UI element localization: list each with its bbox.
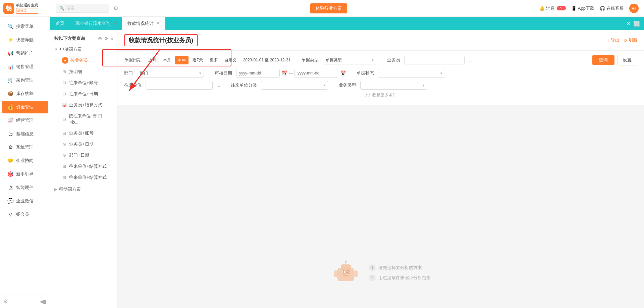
- quick-nav-icon: ⚡: [7, 37, 13, 43]
- corp-icon: 🤝: [7, 158, 13, 164]
- review-date-group: 📅 — 📅: [236, 69, 346, 78]
- sidebar-item-marketing[interactable]: 📢 营销推广: [2, 47, 48, 60]
- salesperson-more-btn[interactable]: ...: [469, 58, 472, 62]
- sidebar-item-finance[interactable]: 💰 资金管理: [2, 101, 48, 113]
- sidebar-item-sales[interactable]: 📊 销售管理: [2, 60, 48, 73]
- collapse-arrow-icon: ∧∧: [365, 93, 371, 98]
- sidebar-item-guide[interactable]: 🎯 新手引导: [2, 168, 48, 181]
- salesperson-account-icon: ⊟: [62, 131, 67, 136]
- query-button[interactable]: 查询: [592, 55, 614, 65]
- sidebar-item-system[interactable]: ⚙ 系统管理: [2, 141, 48, 154]
- date-btn-this-year[interactable]: 本年: [175, 56, 189, 64]
- collapse-panel-icon[interactable]: «: [110, 36, 113, 41]
- config-scheme-icon[interactable]: ⚙: [104, 36, 108, 41]
- panel-item-salesperson-account[interactable]: ⊟ 业务员+账号: [52, 128, 115, 139]
- add-scheme-icon[interactable]: ⊕: [98, 36, 102, 41]
- date-btn-custom[interactable]: 自定义: [222, 56, 239, 64]
- sidebar-item-basic[interactable]: 🗂 基础信息: [2, 127, 48, 140]
- user-avatar[interactable]: Rit: [629, 4, 639, 13]
- empty-step-2: 2 用过滤条件来缩小分析范围: [369, 274, 431, 281]
- page-header: 收款情况统计(按业务员) ↑ 导出 ↺ 刷新: [117, 30, 644, 51]
- online-service-btn[interactable]: 🎧 在线客服: [600, 5, 624, 11]
- refresh-btn[interactable]: ↺ 刷新: [624, 37, 637, 43]
- maximize-btn[interactable]: ⬜: [633, 20, 640, 27]
- dept-date-icon: ⊙: [62, 153, 67, 158]
- panel-item-partner-date[interactable]: ⊟ 往来单位+日期: [52, 89, 115, 99]
- tab-close-bank-flow[interactable]: ✕: [113, 21, 116, 26]
- panel-item-partner-dept-recv[interactable]: ⊟ 按往来单位+部门+收...: [52, 111, 115, 127]
- biz-type-label: 业务类型: [339, 82, 356, 88]
- panel-item-dept-date[interactable]: ⊙ 部门+日期: [52, 150, 115, 161]
- tab-home[interactable]: 首页: [50, 17, 70, 30]
- tab-close-receipt-stats[interactable]: ✕: [156, 21, 160, 26]
- panel-section-desktop: ▼ 电脑端方案 ● 按业务员 ⊞ 按明细 ⊟ 往来单位+账号 ⊟ 往来单位: [50, 44, 117, 183]
- date-btn-last-month[interactable]: 上月: [146, 56, 159, 64]
- panel-item-partner-account[interactable]: ⊟ 往来单位+账号: [52, 78, 115, 88]
- svg-point-5: [347, 271, 349, 273]
- panel-item-partner-settle2[interactable]: ⊟ 往来单位+结算方式: [52, 172, 115, 183]
- biz-type-select[interactable]: [360, 81, 427, 90]
- salesperson-input[interactable]: [404, 56, 465, 64]
- tab-bank-flow[interactable]: 现金银行流水查询 ✕: [70, 17, 122, 30]
- sidebar-item-quick-nav[interactable]: ⚡ 快捷导航: [2, 34, 48, 46]
- settings-gear-icon[interactable]: ⚙: [113, 5, 118, 11]
- filter-row-3: 往来单位 ... 往来单位分类 业务类型: [124, 81, 637, 90]
- sidebar-item-wechat[interactable]: 💬 企业微信: [2, 195, 48, 207]
- sidebar-item-purchase[interactable]: 🛒 采购管理: [2, 74, 48, 87]
- review-date-from[interactable]: [236, 69, 280, 78]
- cta-button[interactable]: 体验行业方案: [310, 3, 347, 13]
- close-window-btn[interactable]: ✕: [626, 20, 631, 27]
- set-button[interactable]: 设置: [617, 55, 637, 65]
- voucher-status-select[interactable]: [378, 69, 445, 78]
- sidebar-item-business[interactable]: 📈 经营管理: [2, 114, 48, 127]
- topbar: 🔍 搜索 ⚙ 体验行业方案 🔔 消息 99+ 📱 App下载 🎧 在线客服: [50, 0, 644, 17]
- panel-item-salesperson-date[interactable]: ⊙ 业务员+日期: [52, 139, 115, 150]
- sidebar: 畅 畅捷通好生意 标准版 🔍 搜索菜单 ⚡ 快捷导航 📢 营销推广 📊 销售管理…: [0, 0, 50, 308]
- filter-row-1: 单据日期 上月 本月 本年 近7天 更多 自定义 2023-01-01 至 20…: [124, 55, 637, 65]
- notification-badge: 99+: [557, 6, 566, 10]
- sidebar-item-member[interactable]: V 畅会员: [2, 208, 48, 221]
- sidebar-item-inventory[interactable]: 📦 库存核算: [2, 87, 48, 100]
- voucher-status-select-wrap: [378, 69, 445, 78]
- topbar-search-box[interactable]: 🔍 搜索: [56, 4, 109, 13]
- unit-input[interactable]: [146, 81, 213, 90]
- unit-category-select[interactable]: [261, 81, 328, 90]
- sidebar-item-corp[interactable]: 🤝 企业协同: [2, 154, 48, 167]
- svg-rect-8: [354, 270, 358, 277]
- unit-category-label: 往来单位分类: [231, 82, 257, 88]
- main-data-area: 1 请先选择要分析的方案 2 用过滤条件来缩小分析范围: [117, 105, 644, 308]
- panel-section-desktop-title[interactable]: ▼ 电脑端方案: [50, 44, 117, 54]
- sidebar-item-search[interactable]: 🔍 搜索菜单: [2, 20, 48, 33]
- notification-btn[interactable]: 🔔 消息 99+: [539, 5, 566, 11]
- filter-area: 单据日期 上月 本月 本年 近7天 更多 自定义 2023-01-01 至 20…: [117, 51, 644, 105]
- svg-point-4: [343, 271, 344, 273]
- unit-more-btn[interactable]: ...: [217, 83, 220, 88]
- panel-item-salesperson-settle[interactable]: 📊 业务员+结算方式: [52, 100, 115, 110]
- date-label: 单据日期: [124, 57, 142, 63]
- sidebar-item-hardware[interactable]: 🖨 智能硬件: [2, 181, 48, 194]
- partner-dept-icon: ⊟: [62, 116, 67, 122]
- voucher-type-select[interactable]: 单据类型: [323, 56, 376, 64]
- wechat-icon: 💬: [7, 198, 13, 204]
- panel-item-partner-settle1[interactable]: ⊞ 往来单位+结算方式: [52, 161, 115, 172]
- date-btn-more[interactable]: 更多: [207, 56, 220, 64]
- collapse-icon[interactable]: ◀▮: [40, 298, 47, 305]
- page-header-actions: ↑ 导出 ↺ 刷新: [607, 37, 638, 43]
- date-btn-7days[interactable]: 近7天: [190, 56, 206, 64]
- settings-icon[interactable]: ⚙: [3, 298, 8, 305]
- panel-item-by-detail[interactable]: ⊞ 按明细: [52, 66, 115, 77]
- export-btn[interactable]: ↑ 导出: [607, 37, 620, 43]
- empty-robot-illustration: [331, 258, 361, 288]
- review-date-to[interactable]: [294, 69, 338, 78]
- dept-select[interactable]: 部门: [137, 69, 204, 78]
- panel-item-by-salesperson[interactable]: ● 按业务员: [52, 55, 115, 66]
- app-download-btn[interactable]: 📱 App下载: [571, 5, 594, 11]
- tab-receipt-stats[interactable]: 收款情况统计 ✕: [122, 17, 165, 30]
- collapse-bar[interactable]: ∧∧ 收起更多条件: [124, 90, 637, 101]
- filter-actions: 查询 设置: [592, 55, 637, 65]
- date-options: 上月 本月 本年 近7天 更多 自定义: [146, 56, 239, 64]
- date-btn-this-month[interactable]: 本月: [160, 56, 174, 64]
- hardware-icon: 🖨: [7, 185, 13, 191]
- panel-section-mobile-title[interactable]: ▶ 移动端方案: [50, 184, 117, 194]
- calendar-from-icon: 📅: [282, 70, 287, 76]
